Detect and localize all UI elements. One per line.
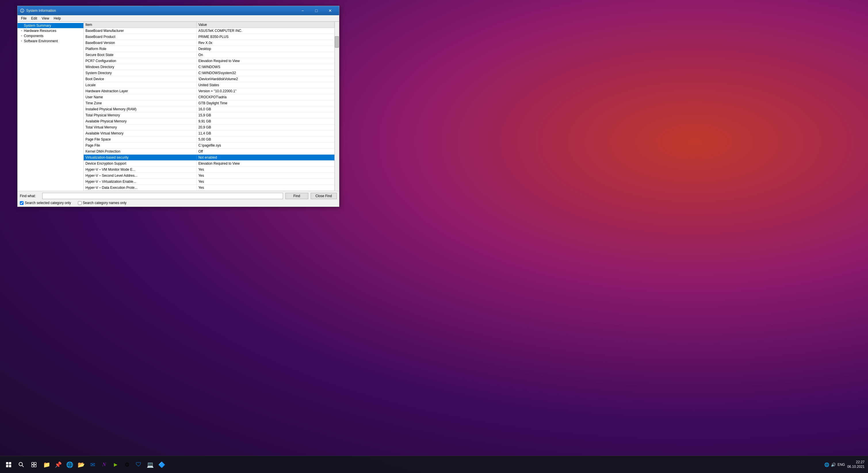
sidebar-item-hardware-resources[interactable]: + Hardware Resources	[18, 28, 84, 33]
sidebar-item-components[interactable]: + Components	[18, 33, 84, 38]
sidebar-label-software-environment: Software Environment	[24, 39, 58, 43]
table-cell-value: 5,00 GB	[196, 136, 334, 142]
menu-file[interactable]: File	[19, 16, 29, 21]
taskbar-nvidia[interactable]: ▶	[111, 460, 121, 470]
svg-rect-10	[32, 465, 34, 467]
table-row[interactable]: BaseBoard VersionRev X.0x	[84, 40, 335, 46]
find-input[interactable]	[42, 193, 283, 199]
table-cell-item: Windows Directory	[84, 64, 196, 70]
table-cell-value: \Device\HarddiskVolume2	[196, 76, 334, 82]
table-cell-item: Secure Boot State	[84, 52, 196, 58]
table-cell-item: Hardware Abstraction Layer	[84, 88, 196, 94]
table-cell-item: Device Encryption Support	[84, 161, 196, 167]
taskbar-defender[interactable]: 🛡	[133, 460, 144, 470]
table-row[interactable]: System DirectoryC:\WINDOWS\system32	[84, 70, 335, 76]
find-button[interactable]: Find	[285, 193, 308, 199]
tray-sound-icon[interactable]: 🔊	[831, 462, 836, 467]
search-category-checkbox[interactable]	[20, 201, 24, 205]
search-category-only-label[interactable]: Search selected category only	[20, 201, 71, 205]
close-button[interactable]: ✕	[323, 6, 337, 15]
svg-rect-2	[6, 462, 8, 464]
table-row[interactable]: Available Virtual Memory11,4 GB	[84, 131, 335, 136]
taskbar-folder[interactable]: 📂	[76, 460, 86, 470]
table-row[interactable]: BaseBoard ManufacturerASUSTeK COMPUTER I…	[84, 28, 335, 34]
close-find-button[interactable]: Close Find	[311, 193, 337, 199]
table-row[interactable]: Virtualization-based securityNot enabled	[84, 155, 335, 161]
sidebar-label-hardware-resources: Hardware Resources	[24, 29, 56, 33]
expander-components-icon: +	[20, 34, 23, 38]
table-row[interactable]: PCR7 ConfigurationElevation Required to …	[84, 58, 335, 64]
menu-view[interactable]: View	[39, 16, 52, 21]
table-row[interactable]: Windows DirectoryC:\WINDOWS	[84, 64, 335, 70]
table-row[interactable]: Hyper-V – Second Level Addres...Yes	[84, 173, 335, 179]
table-row[interactable]: Time ZoneGTB Daylight Time	[84, 100, 335, 106]
svg-line-7	[22, 466, 24, 467]
taskbar-settings[interactable]: ⚙	[122, 460, 132, 470]
taskbar-file-explorer[interactable]: 📁	[41, 460, 52, 470]
table-row[interactable]: Page FileC:\pagefile.sys	[84, 142, 335, 148]
table-row[interactable]: Kernel DMA ProtectionOff	[84, 148, 335, 155]
taskbar-vscode[interactable]: 💻	[145, 460, 155, 470]
table-row[interactable]: Hyper-V – Virtualization Enable...Yes	[84, 179, 335, 185]
search-category-names-label[interactable]: Search category names only	[78, 201, 127, 205]
table-row[interactable]: User NameCROCKPOT\adria	[84, 94, 335, 100]
table-cell-value: Elevation Required to View	[196, 161, 334, 167]
taskbar-clock[interactable]: 22:27 06.10.2021	[847, 460, 865, 469]
table-cell-value: Elevation Required to View	[196, 58, 334, 64]
table-row[interactable]: Total Physical Memory15,9 GB	[84, 112, 335, 119]
sidebar-item-software-environment[interactable]: + Software Environment	[18, 38, 84, 44]
tray-lang[interactable]: ENG	[838, 463, 845, 467]
table-cell-item: Platform Role	[84, 46, 196, 52]
task-view-button[interactable]	[29, 460, 39, 470]
system-tray: 🌐 🔊 ENG 22:27 06.10.2021	[824, 460, 865, 469]
table-cell-value: 16,0 GB	[196, 106, 334, 112]
menu-help[interactable]: Help	[52, 16, 63, 21]
table-cell-value: Off	[196, 148, 334, 155]
table-cell-value: Yes	[196, 173, 334, 179]
tray-icons: 🌐 🔊 ENG	[824, 462, 845, 467]
table-row[interactable]: Total Virtual Memory20,9 GB	[84, 125, 335, 131]
search-category-only-text: Search selected category only	[25, 201, 71, 205]
table-row[interactable]: Hyper-V – VM Monitor Mode E...Yes	[84, 167, 335, 173]
svg-point-6	[19, 462, 23, 466]
table-row[interactable]: Boot Device\Device\HarddiskVolume2	[84, 76, 335, 82]
table-row[interactable]: Hyper-V – Data Execution Prote...Yes	[84, 185, 335, 191]
taskbar-edge[interactable]: 🌐	[64, 460, 75, 470]
table-row[interactable]: Available Physical Memory9,91 GB	[84, 119, 335, 125]
content-area: System Summary + Hardware Resources + Co…	[18, 22, 339, 191]
table-cell-value: ASUSTeK COMPUTER INC.	[196, 28, 334, 34]
table-row[interactable]: Secure Boot StateOn	[84, 52, 335, 58]
table-cell-item: Installed Physical Memory (RAM)	[84, 106, 196, 112]
taskbar-mail[interactable]: ✉	[87, 460, 98, 470]
table-cell-item: Virtualization-based security	[84, 155, 196, 161]
table-cell-value: CROCKPOT\adria	[196, 94, 334, 100]
svg-rect-3	[9, 462, 11, 464]
table-row[interactable]: Device Encryption SupportElevation Requi…	[84, 161, 335, 167]
search-button[interactable]	[16, 460, 27, 470]
table-row[interactable]: Page File Space5,00 GB	[84, 136, 335, 142]
svg-rect-11	[34, 465, 36, 467]
sidebar-label-system-summary: System Summary	[24, 24, 51, 28]
search-names-checkbox[interactable]	[78, 201, 82, 205]
table-cell-value: C:\WINDOWS	[196, 64, 334, 70]
sidebar-label-components: Components	[24, 34, 43, 38]
table-row[interactable]: LocaleUnited States	[84, 82, 335, 88]
table-row[interactable]: Hardware Abstraction LayerVersion = "10.…	[84, 88, 335, 94]
taskbar-app[interactable]: 🔷	[156, 460, 167, 470]
taskbar-pin1[interactable]: 📌	[53, 460, 63, 470]
maximize-button[interactable]: □	[310, 6, 323, 15]
table-row[interactable]: Installed Physical Memory (RAM)16,0 GB	[84, 106, 335, 112]
scrollbar-thumb[interactable]	[335, 36, 339, 48]
tray-network-icon[interactable]: 🌐	[824, 462, 829, 467]
table-cell-value: PRIME B350-PLUS	[196, 34, 334, 40]
sidebar-item-system-summary[interactable]: System Summary	[18, 23, 84, 28]
menu-edit[interactable]: Edit	[29, 16, 39, 21]
start-button[interactable]	[3, 460, 14, 470]
table-row[interactable]: BaseBoard ProductPRIME B350-PLUS	[84, 34, 335, 40]
column-header-value: Value	[196, 22, 334, 28]
taskbar-onenote[interactable]: 𝑵	[99, 460, 109, 470]
minimize-button[interactable]: −	[296, 6, 309, 15]
scrollbar[interactable]	[335, 22, 339, 191]
table-cell-value: Version = "10.0.22000.1"	[196, 88, 334, 94]
table-row[interactable]: Platform RoleDesktop	[84, 46, 335, 52]
